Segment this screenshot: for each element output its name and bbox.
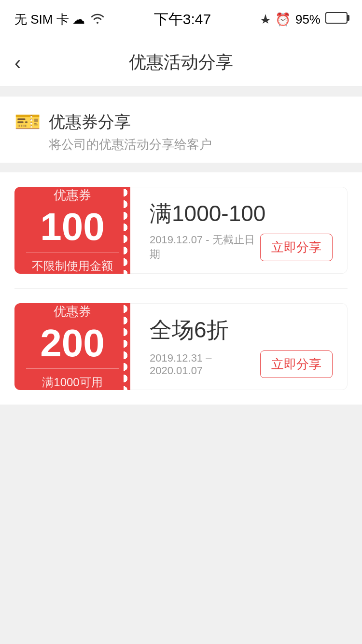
sim-text: 无 SIM 卡 ☁ [14,11,85,28]
share-button-1[interactable]: 立即分享 [260,350,333,378]
coupon-card: 优惠券 200 满1000可用 全场6折 2019.12.31 – 2020.0… [14,289,348,405]
coupon-left-0: 优惠券 100 不限制使用金额 [14,187,130,274]
coupon-date-0: 2019.12.07 - 无截止日期 [150,233,255,262]
coupon-right-1: 全场6折 2019.12.31 – 2020.01.07 立即分享 [130,303,348,390]
coupon-value-1: 200 [40,324,104,363]
alarm-icon: ⏰ [275,12,291,27]
section-text-group: 优惠券分享 将公司的优惠活动分享给客户 [49,111,212,153]
share-button-0[interactable]: 立即分享 [260,234,333,261]
nav-bar: ‹ 优惠活动分享 [0,39,362,87]
battery-icon [325,12,348,27]
coupon-label-1: 优惠券 [54,303,91,320]
section-title: 优惠券分享 [49,111,212,133]
coupon-date-row-1: 2019.12.31 – 2020.01.07 立即分享 [150,350,333,378]
coupon-date-1: 2019.12.31 – 2020.01.07 [150,352,255,377]
coupon-date-row-0: 2019.12.07 - 无截止日期 立即分享 [150,233,333,262]
nav-title: 优惠活动分享 [129,51,233,74]
coupon-name-1: 全场6折 [150,315,333,345]
coupon-left-1: 优惠券 200 满1000可用 [14,303,130,390]
battery-percent: 95% [295,12,320,27]
wifi-icon [91,12,104,27]
coupon-list: 优惠券 100 不限制使用金额 满1000-100 2019.12.07 - 无… [0,172,362,405]
coupon-condition-1: 满1000可用 [37,375,107,390]
coupon-name-0: 满1000-100 [150,199,333,229]
coupon-right-0: 满1000-100 2019.12.07 - 无截止日期 立即分享 [130,187,348,274]
back-button[interactable]: ‹ [14,53,21,72]
coupon-value-0: 100 [40,208,104,246]
coupon-label-0: 优惠券 [54,187,91,204]
status-time: 下午3:47 [154,10,211,29]
status-bar: 无 SIM 卡 ☁ 下午3:47 ⏰ 95% [0,0,362,39]
location-icon [261,12,270,27]
coupon-divider-1 [26,368,119,369]
coupon-condition-0: 不限制使用金额 [27,258,118,274]
coupon-divider-0 [26,252,119,252]
coupon-card: 优惠券 100 不限制使用金额 满1000-100 2019.12.07 - 无… [14,172,348,289]
section-header: 🎫 优惠券分享 将公司的优惠活动分享给客户 [0,97,362,163]
status-right: ⏰ 95% [261,12,348,27]
section-subtitle: 将公司的优惠活动分享给客户 [49,136,212,153]
status-left: 无 SIM 卡 ☁ [14,11,104,28]
coupon-icon: 🎫 [14,111,41,132]
